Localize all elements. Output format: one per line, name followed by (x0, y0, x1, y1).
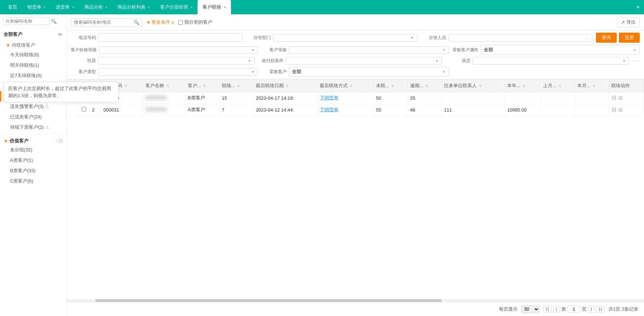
sidebar-all-customers-header: 全部客户 ≫ (0, 28, 66, 41)
tab-product-analysis[interactable]: 商品分析 × (79, 0, 112, 14)
action-link-icon[interactable]: ⛓ (611, 107, 616, 113)
status-select[interactable]: ▼ (473, 57, 629, 65)
retail-attr-arrow-icon: ▼ (633, 48, 636, 52)
filter-phone: 电话号码 (71, 33, 242, 42)
tab-customer-stratified[interactable]: 客户分层经营 × (155, 0, 198, 14)
sub-dept-arrow-icon: ▼ (411, 36, 414, 40)
page-number-input[interactable] (567, 306, 580, 313)
col-this-year[interactable]: 本年... ⇅ (505, 80, 541, 92)
tab-close-sales-order[interactable]: × (43, 5, 46, 9)
action-grid-icon[interactable]: ⊞ (618, 107, 623, 113)
total-records-label: 共1页 2条记录 (608, 306, 638, 312)
export-button[interactable]: ↗ 导出 (617, 17, 640, 27)
sidebar-item-lost-confirmed[interactable]: 已流失客户(24) (0, 112, 66, 122)
filter-row-3: 性质 ▼ 收付款条件 ▼ 状态 (71, 57, 640, 65)
tab-sales-order[interactable]: 销货单 × (22, 0, 51, 14)
col-name[interactable]: 客户名称 ⇅ (143, 80, 185, 92)
sidebar-search-input[interactable] (3, 17, 50, 25)
main-search-input[interactable] (74, 20, 134, 25)
row-contact-1: 7 (219, 104, 254, 116)
tab-close-product-analysis[interactable]: × (105, 5, 107, 9)
scrollbar-thumb[interactable] (95, 299, 442, 302)
sidebar-item-c-class[interactable]: C类客户(6) (0, 176, 66, 187)
action-grid-icon[interactable]: ⊞ (618, 95, 623, 101)
sidebar-item-continuous-down[interactable]: 持续下滑客户(2) ⚠ (0, 122, 66, 133)
col-last-month[interactable]: 上月... ⇅ (541, 80, 575, 92)
page-prev-button[interactable]: ⟨ (553, 306, 560, 313)
my-customers-checkbox[interactable] (178, 20, 183, 25)
col-overdue[interactable]: 逾期... ⇅ (408, 80, 442, 92)
filter-status: 状态 ▼ (445, 57, 629, 65)
tab-close-product-list[interactable]: × (148, 5, 150, 9)
customer-level-select[interactable]: ▼ (289, 46, 449, 54)
row-this-year-0 (505, 92, 541, 104)
filter-retail-customer: 零散客户 全部 ▼ (261, 67, 449, 77)
sidebar-item-a-class[interactable]: A类客户(1) (0, 155, 66, 166)
col-contact[interactable]: 联络... ⇅ (219, 80, 254, 92)
sub-person-select[interactable]: … (448, 34, 592, 42)
row-no-contact-1: 55 (374, 104, 408, 116)
sidebar-item-7days-pending[interactable]: 近7天待联络(0) (0, 71, 66, 81)
retail-customer-select[interactable]: 全部 ▼ (289, 67, 449, 77)
sidebar-item-today-pending[interactable]: 今天待联络(0) (0, 50, 66, 60)
sidebar-item-tomorrow-pending[interactable]: 明天待联络(1) (0, 60, 66, 71)
row-last-method-0[interactable]: 下销货单 (318, 92, 374, 104)
sidebar-pending-group[interactable]: ▼ 待联络客户 (0, 41, 66, 50)
page-size-select[interactable]: 50 20 100 (521, 305, 539, 313)
row3-more-dots[interactable]: ··· (633, 58, 640, 64)
row-checkbox[interactable] (82, 107, 86, 112)
filter-btn-group: 查询 设置 (596, 33, 640, 43)
sidebar-collapse-icon[interactable]: ≫ (58, 32, 62, 37)
row-checkbox-1[interactable] (78, 104, 90, 116)
query-button[interactable]: 查询 (596, 33, 617, 43)
col-class[interactable]: 客户... ⇅ (185, 80, 219, 92)
search-icon[interactable]: 🔍 (134, 20, 139, 25)
row-last-date-1: 2023-04-12 14:44: (254, 104, 318, 116)
col-this-month[interactable]: 本月... ⇅ (575, 80, 609, 92)
set-button[interactable]: 设置 (619, 33, 640, 43)
payment-select[interactable]: ▼ (286, 57, 442, 65)
gender-arrow-icon: ▼ (248, 59, 251, 63)
sidebar-search-icon[interactable]: 🔍 (51, 19, 57, 24)
tab-close-purchase-order[interactable]: × (72, 5, 74, 9)
my-customers-checkbox-label[interactable]: 我分管的客户 (178, 19, 212, 25)
value-group-edit-icon[interactable]: ○ ☐ (55, 139, 62, 143)
tab-home[interactable]: 首页 (3, 0, 22, 14)
sidebar-item-unclassified[interactable]: 未分组(32) (0, 145, 66, 155)
gender-select[interactable]: ▼ (98, 57, 255, 65)
tab-close-customer-contact[interactable]: × (223, 5, 226, 9)
continuous-down-icon: ⚠ (45, 124, 49, 130)
sub-dept-select[interactable]: ▼ (273, 34, 417, 42)
tab-close-customer-stratified[interactable]: × (190, 5, 193, 9)
window-close-button[interactable]: × (636, 4, 640, 10)
tab-customer-contact[interactable]: 客户联络 × (198, 0, 231, 14)
col-no-contact[interactable]: 未联... ⇅ (374, 80, 408, 92)
action-link-icon[interactable]: ⛓ (611, 95, 616, 101)
tab-product-analysis-list[interactable]: 商品分析列表 × (112, 0, 155, 14)
customer-type-select[interactable]: ▼ (98, 68, 258, 76)
table-row: 1 000039 B类客户 15 2023-04-17 14:19: 下销货单 … (67, 92, 644, 104)
row-related-0 (442, 92, 505, 104)
col-related-person[interactable]: 往来单位联系人 ⇅ (442, 80, 505, 92)
filter-row-4: 客户类型 ▼ 零散客户 全部 ▼ (71, 67, 640, 77)
filter-customer-price: 客户价格等级 ▼ (71, 46, 258, 54)
col-last-date[interactable]: 最后联络日期 ⇅ (254, 80, 318, 92)
phone-input[interactable] (98, 33, 242, 42)
page-last-button[interactable]: ⟩⟩ (596, 306, 605, 313)
more-filters-button[interactable]: ▼ 更多条件 ∧ (146, 19, 175, 25)
tab-purchase-order[interactable]: 进货单 × (51, 0, 79, 14)
table-row: 2 000031 A类客户 7 2023-04-12 14:44: 下销货单 5… (67, 104, 644, 116)
horizontal-scrollbar[interactable] (66, 299, 644, 302)
customer-price-select[interactable]: ▼ (99, 46, 258, 54)
col-last-method[interactable]: 最后联络方式 ⇅ (318, 80, 374, 92)
filter-payment: 收付款条件 ▼ (258, 57, 442, 65)
content-area: 🔍 ▼ 更多条件 ∧ 我分管的客户 ↗ 导出 电话号码 (66, 14, 644, 316)
pagination: ⟨⟨ ⟨ 第 页 ⟩ ⟩⟩ (543, 306, 605, 313)
retail-attr-select[interactable]: 全部 ▼ (481, 45, 640, 55)
page-next-button[interactable]: ⟩ (588, 306, 595, 313)
sidebar-item-lost-pre[interactable]: 流失预警客户(3) ⚠ (0, 102, 66, 112)
page-first-button[interactable]: ⟨⟨ (543, 306, 552, 313)
sidebar-item-b-class[interactable]: B类客户(33) (0, 166, 66, 176)
row-last-method-1[interactable]: 下销货单 (318, 104, 374, 116)
retail-customer-arrow-icon: ▼ (442, 70, 446, 74)
